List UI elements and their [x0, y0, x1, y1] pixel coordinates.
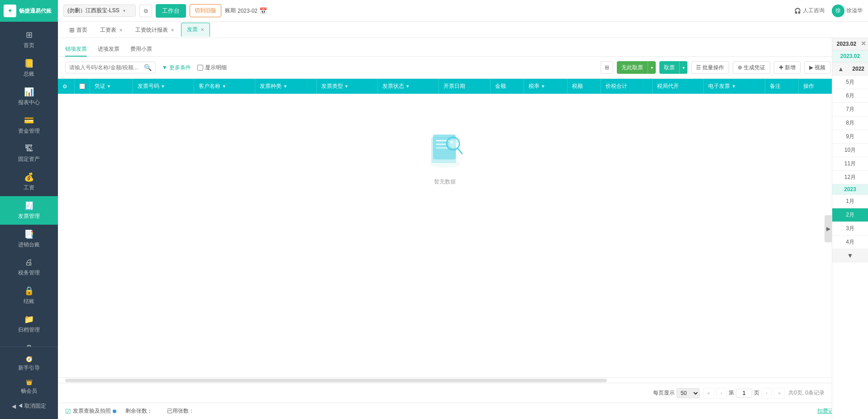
ticket-btn[interactable]: 取票 ▾: [659, 61, 687, 74]
sidebar-item-archive[interactable]: 📁 归档管理: [0, 310, 58, 338]
month-2022-9[interactable]: 9月: [832, 130, 868, 144]
sidebar-item-label: 总账: [24, 70, 34, 78]
th-settings[interactable]: ⚙: [58, 79, 74, 94]
svg-line-8: [458, 148, 462, 154]
company-selector[interactable]: (勿删）江西股宝-LSS ▾: [63, 5, 136, 17]
switch-version-button[interactable]: 切到旧版: [190, 4, 221, 17]
copy-company-btn[interactable]: ⧉: [139, 5, 152, 17]
panel-bottom-nav: ▼: [832, 249, 868, 262]
right-date-panel: 2023.02 ✕ 2023.02 ▲ 2022 5月 6月 7月 8月: [832, 38, 868, 419]
workbench-button[interactable]: 工作台: [156, 4, 186, 18]
tab-close-icon[interactable]: ✕: [171, 28, 174, 33]
gen-voucher-btn[interactable]: ⊕ 生成凭证: [733, 61, 770, 74]
filter-more-btn[interactable]: ▼ 更多条件: [159, 62, 194, 73]
th-tax-code: 税局代开: [652, 79, 704, 94]
invoice-status-filter-icon[interactable]: ▼: [405, 84, 410, 89]
sidebar-item-payroll[interactable]: 💰 工资: [0, 168, 58, 196]
th-checkbox[interactable]: [74, 79, 90, 94]
month-2022-12[interactable]: 12月: [832, 171, 868, 184]
panel-close-btn[interactable]: ✕: [861, 40, 866, 47]
tax-rate-filter-icon[interactable]: ▼: [541, 84, 545, 89]
tab-close-icon[interactable]: ✕: [200, 27, 204, 32]
month-2022-7[interactable]: 7月: [832, 103, 868, 116]
invoice-no-filter-icon[interactable]: ▼: [161, 84, 165, 89]
year-down-arrow[interactable]: ▼: [845, 251, 855, 260]
batch-ops-btn[interactable]: ☰ 批量操作: [691, 61, 729, 74]
th-tax-rate: 税率 ▼: [524, 79, 567, 94]
sidebar-item-tax[interactable]: 🖨 税务管理: [0, 253, 58, 281]
tab-home[interactable]: ⊞ 首页: [63, 23, 93, 37]
sidebar-item-assets[interactable]: 🏗 固定资产: [0, 140, 58, 168]
support-btn[interactable]: 🎧 人工咨询: [794, 7, 825, 14]
inner-tab-expense[interactable]: 费用小票: [130, 43, 152, 57]
footer-bar: ☑ 发票查验及拍照 剩余张数： 已用张数： 扣费记录 去充值: [58, 403, 868, 419]
sidebar-item-closing[interactable]: 🔒 结账: [0, 281, 58, 310]
user-info[interactable]: 徐 徐溢华: [832, 5, 863, 17]
tab-payroll-stats[interactable]: 工资统计报表 ✕: [129, 23, 180, 37]
e-invoice-filter-icon[interactable]: ▼: [731, 84, 736, 89]
show-detail-input[interactable]: [197, 65, 203, 71]
invoice-type-filter-icon[interactable]: ▼: [283, 84, 287, 89]
invoice-cat-filter-icon[interactable]: ▼: [344, 84, 349, 89]
sidebar-collapse-btn[interactable]: ◀ ◀ 取消固定: [0, 399, 58, 414]
tab-invoices[interactable]: 发票 ✕: [181, 23, 210, 37]
amount-col-label: 金额: [495, 82, 506, 90]
sidebar-item-funds[interactable]: 💳 资金管理: [0, 111, 58, 140]
th-customer: 客户名称 ▼: [194, 79, 255, 94]
tab-payroll-table[interactable]: 工资表 ✕: [94, 23, 129, 37]
h-scrollbar-area[interactable]: [58, 377, 832, 383]
sidebar-item-salesledger[interactable]: 📑 进销台账: [0, 225, 58, 253]
th-amount: 金额: [490, 79, 524, 94]
th-invoice-no: 发票号码 ▼: [133, 79, 194, 94]
logo-icon: ✦: [4, 5, 16, 17]
new-btn[interactable]: ✚ 新增: [774, 61, 801, 74]
status-dot: [113, 409, 116, 413]
month-2023-4[interactable]: 4月: [832, 236, 868, 249]
video-icon: ▶: [809, 64, 813, 71]
page-size-select[interactable]: 10 20 50 100: [677, 388, 700, 398]
no-ticket-btn[interactable]: 无此取票 ▾: [617, 61, 656, 74]
expand-panel-btn[interactable]: ▶: [825, 215, 832, 242]
month-2023-3[interactable]: 3月: [832, 222, 868, 236]
sidebar-item-member[interactable]: 👑 畅会员: [0, 376, 58, 399]
month-2022-8[interactable]: 8月: [832, 116, 868, 130]
tab-close-icon[interactable]: ✕: [119, 28, 123, 33]
year-up-arrow[interactable]: ▲: [836, 64, 846, 73]
next-page-btn[interactable]: ›: [761, 388, 772, 399]
sidebar-item-settings[interactable]: ⚙ 设置: [0, 338, 58, 347]
tab-label: 发票: [187, 26, 198, 34]
toolbar-right: ⊞ 无此取票 ▾ 取票 ▾ ☰ 批量操作 ⊕ 生成凭证: [601, 61, 861, 74]
page-number-input[interactable]: [736, 389, 752, 398]
video-btn[interactable]: ▶ 视频: [804, 61, 830, 74]
search-input[interactable]: [69, 64, 142, 71]
period-calendar-icon[interactable]: 📅: [259, 7, 267, 14]
sidebar-item-invoices[interactable]: 🧾 发票管理: [0, 196, 58, 225]
year-2023-section: 2023: [832, 184, 868, 195]
inner-tab-purchase[interactable]: 进项发票: [98, 43, 119, 57]
inner-tab-sales[interactable]: 销项发票: [65, 43, 87, 57]
show-detail-checkbox[interactable]: 显示明细: [197, 64, 227, 72]
select-all-checkbox[interactable]: [79, 83, 85, 89]
sidebar-item-reports[interactable]: 📊 报表中心: [0, 82, 58, 111]
last-page-btn[interactable]: »: [774, 388, 785, 399]
invoice-check-label[interactable]: ☑ 发票查验及拍照: [65, 407, 116, 415]
voucher-filter-icon[interactable]: ▼: [107, 84, 111, 89]
month-2022-10[interactable]: 10月: [832, 144, 868, 157]
open-date-col-label: 开票日期: [444, 82, 465, 90]
sidebar-item-home[interactable]: ⊞ 首页: [0, 25, 58, 54]
month-2022-5[interactable]: 5月: [832, 76, 868, 89]
month-2023-1[interactable]: 1月: [832, 195, 868, 208]
tax-code-col-label: 税局代开: [657, 82, 679, 90]
sidebar-item-guide[interactable]: 🧭 新手引导: [0, 352, 58, 376]
funds-icon: 💳: [24, 116, 34, 125]
customer-filter-icon[interactable]: ▼: [222, 84, 226, 89]
prev-page-btn[interactable]: ‹: [716, 388, 727, 399]
month-2022-6[interactable]: 6月: [832, 89, 868, 103]
grid-layout-btn[interactable]: ⊞: [601, 61, 613, 74]
month-2022-11[interactable]: 11月: [832, 157, 868, 171]
search-icon[interactable]: 🔍: [144, 64, 152, 71]
year-nav: ▲ 2022: [832, 63, 868, 76]
sidebar-item-ledger[interactable]: 📒 总账: [0, 54, 58, 82]
first-page-btn[interactable]: «: [703, 388, 714, 399]
month-2023-2[interactable]: 2月: [832, 208, 868, 222]
